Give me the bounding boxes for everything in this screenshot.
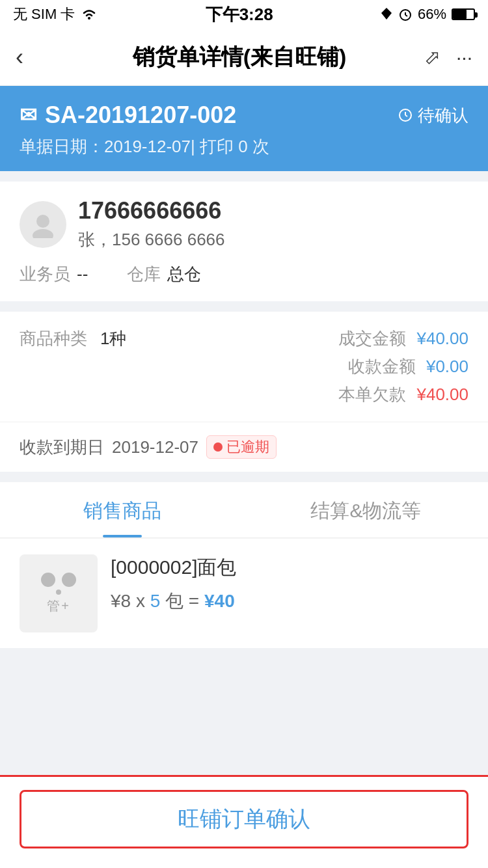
product-type-area: 商品种类 1种 <box>20 327 126 350</box>
product-total: ¥40 <box>204 591 235 611</box>
customer-section: 17666666666 张，156 6666 6666 业务员 -- 仓库 总仓 <box>0 182 488 301</box>
product-price: ¥8 <box>111 591 131 611</box>
product-type-label: 商品种类 <box>20 327 87 350</box>
order-status: 待确认 <box>398 104 468 127</box>
avatar <box>20 201 66 248</box>
order-header: ✉ SA-20191207-002 待确认 单据日期：2019-12-07| 打… <box>0 86 488 171</box>
deal-amount-label: 成交金额 <box>338 327 406 350</box>
product-unit: 包 <box>165 591 183 611</box>
balance-value: ¥40.00 <box>416 385 468 405</box>
warehouse-value: 总仓 <box>167 263 201 286</box>
owl-eye-right <box>62 573 76 587</box>
tab-sales-products[interactable]: 销售商品 <box>0 482 244 537</box>
product-multiply: x <box>136 591 150 611</box>
share-button[interactable]: ⬀ <box>424 46 441 68</box>
salesperson-value: -- <box>77 264 88 284</box>
confirm-button-wrap: 旺铺订单确认 <box>0 775 488 868</box>
overdue-text: 已逾期 <box>226 437 269 457</box>
summary-section: 商品种类 1种 成交金额 ¥40.00 收款金额 ¥0.00 本单欠款 ¥40.… <box>0 312 488 422</box>
clock-icon <box>398 108 413 122</box>
status-bar-left: 无 SIM 卡 <box>13 5 98 24</box>
battery-text: 66% <box>418 6 446 23</box>
overdue-badge: 已逾期 <box>206 435 277 459</box>
location-icon <box>380 7 393 22</box>
owl-eyes-icon <box>41 573 76 587</box>
nav-actions: ⬀ ··· <box>424 46 472 68</box>
warehouse-label: 仓库 <box>127 263 161 286</box>
bottom-area <box>0 648 488 778</box>
payment-row: 收款金额 ¥0.00 <box>348 355 468 378</box>
tabs-section: 销售商品 结算&物流等 管+ [0000002]面包 ¥8 x 5 包 = <box>0 482 488 648</box>
product-item: 管+ [0000002]面包 ¥8 x 5 包 = ¥40 <box>0 538 488 648</box>
battery-icon <box>452 8 475 20</box>
tab-settlement[interactable]: 结算&物流等 <box>244 482 488 537</box>
balance-row: 本单欠款 ¥40.00 <box>338 383 468 406</box>
status-bar-time: 下午3:28 <box>206 3 273 26</box>
customer-meta: 业务员 -- 仓库 总仓 <box>20 263 468 286</box>
product-name: [0000002]面包 <box>111 554 468 581</box>
amounts-area: 成交金额 ¥40.00 收款金额 ¥0.00 本单欠款 ¥40.00 <box>338 327 468 406</box>
nav-bar: ‹ 销货单详情(来自旺铺) ⬀ ··· <box>0 29 488 86</box>
page-title: 销货单详情(来自旺铺) <box>55 42 424 72</box>
balance-label: 本单欠款 <box>338 383 406 406</box>
product-info: [0000002]面包 ¥8 x 5 包 = ¥40 <box>111 554 468 614</box>
status-bar-right: 66% <box>380 6 475 23</box>
salesperson-label: 业务员 <box>20 263 70 286</box>
order-date: 单据日期：2019-12-07| 打印 0 次 <box>20 135 468 158</box>
deal-amount-value: ¥40.00 <box>416 329 468 349</box>
product-qty: 5 <box>150 591 161 611</box>
owl-brand-text: 管+ <box>47 597 70 615</box>
payment-value: ¥0.00 <box>426 357 468 377</box>
order-id: ✉ SA-20191207-002 <box>20 102 236 129</box>
svg-point-0 <box>88 17 90 20</box>
product-type-value: 1种 <box>100 327 126 350</box>
wifi-icon <box>80 8 98 21</box>
customer-phone: 17666666666 <box>78 197 225 224</box>
back-button[interactable]: ‹ <box>16 44 55 71</box>
svg-line-3 <box>405 15 407 16</box>
warehouse-item: 仓库 总仓 <box>127 263 201 286</box>
overdue-icon <box>213 442 223 452</box>
payment-label: 收款金额 <box>348 355 416 378</box>
deal-amount-row: 成交金额 ¥40.00 <box>338 327 468 350</box>
due-section: 收款到期日 2019-12-07 已逾期 <box>0 422 488 472</box>
alarm-icon <box>398 7 413 21</box>
status-bar: 无 SIM 卡 下午3:28 66% <box>0 0 488 29</box>
order-icon: ✉ <box>20 103 37 128</box>
svg-point-7 <box>36 215 49 228</box>
confirm-order-button[interactable]: 旺铺订单确认 <box>20 790 468 848</box>
product-equal: = <box>189 591 204 611</box>
svg-point-8 <box>33 229 53 238</box>
status-text: 待确认 <box>418 104 468 127</box>
owl-eye-left <box>41 573 55 587</box>
due-date: 2019-12-07 <box>112 437 198 457</box>
product-price-row: ¥8 x 5 包 = ¥40 <box>111 589 468 614</box>
svg-line-6 <box>405 115 407 116</box>
carrier-text: 无 SIM 卡 <box>13 5 75 24</box>
due-label: 收款到期日 <box>20 436 104 459</box>
product-thumbnail: 管+ <box>20 554 98 632</box>
customer-name: 张，156 6666 6666 <box>78 228 225 251</box>
owl-nose-icon <box>56 590 61 595</box>
salesperson-item: 业务员 -- <box>20 263 88 286</box>
more-button[interactable]: ··· <box>456 46 472 68</box>
tabs-row: 销售商品 结算&物流等 <box>0 482 488 538</box>
